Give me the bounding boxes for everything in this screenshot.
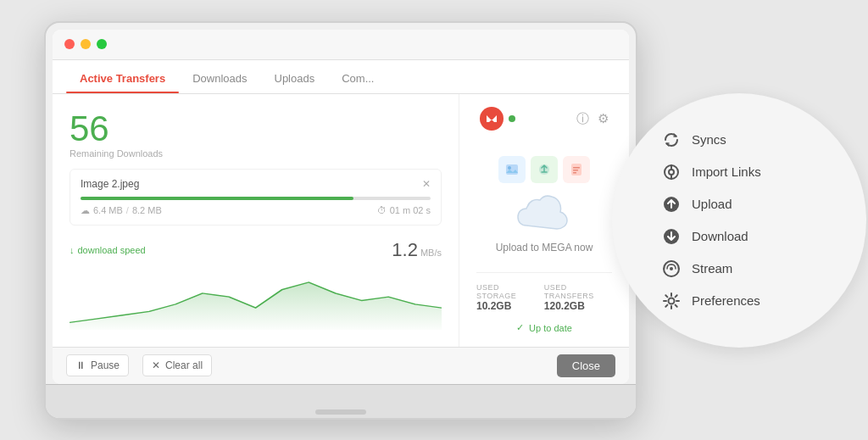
storage-item-used: USED STORAGE 10.2GB (476, 283, 536, 312)
preferences-icon (661, 291, 682, 311)
syncs-icon (661, 130, 682, 150)
mega-info-button[interactable]: ⓘ (576, 111, 589, 127)
transfers-panel: 56 Remaining Downloads Image 2.jpeg ✕ (53, 94, 459, 347)
bottom-bar: ⏸ Pause ✕ Clear all Close (53, 347, 629, 384)
transfers-value: 120.2GB (544, 300, 612, 312)
upload-icon (661, 194, 682, 214)
speed-value: 1.2 (392, 239, 418, 261)
mega-logo (480, 107, 504, 131)
svg-rect-0 (506, 164, 518, 175)
preferences-label: Preferences (692, 293, 760, 308)
pause-icon: ⏸ (75, 359, 86, 371)
clear-label: Clear all (165, 359, 203, 371)
transfer-item: Image 2.jpeg ✕ ☁ 6.4 MB / (70, 169, 442, 226)
svg-point-13 (670, 267, 673, 270)
laptop-base (46, 384, 636, 418)
close-label: Close (572, 359, 600, 372)
menu-item-stream[interactable]: Stream (654, 255, 739, 282)
downloads-stat: 56 Remaining Downloads (70, 111, 163, 159)
upload-prompt-text: Upload to MEGA now (496, 242, 593, 253)
app-window: Active Transfers Downloads Uploads Com..… (53, 30, 629, 384)
update-status-text: Up to date (529, 323, 572, 333)
tab-active-transfers[interactable]: Active Transfers (66, 72, 179, 93)
menu-item-upload[interactable]: Upload (654, 191, 739, 218)
storage-label: USED STORAGE (476, 283, 536, 300)
speed-chart (70, 271, 442, 330)
menu-item-import-links[interactable]: Import Links (654, 159, 768, 186)
transfer-header: Image 2.jpeg ✕ (81, 178, 431, 190)
traffic-light-yellow[interactable] (81, 39, 91, 49)
traffic-light-green[interactable] (97, 39, 107, 49)
mega-panel-header: ⓘ ⚙ (476, 107, 612, 131)
file-icon-arrow (531, 156, 558, 183)
svg-rect-3 (573, 167, 580, 169)
close-button[interactable]: Close (557, 354, 615, 377)
downloads-count: 56 (70, 111, 163, 147)
cloud-illustration: Upload to MEGA now (487, 148, 602, 262)
tab-downloads[interactable]: Downloads (179, 72, 260, 93)
menu-item-preferences[interactable]: Preferences (654, 287, 767, 315)
file-icons-row (498, 156, 590, 183)
transfers-label: USED TRANSFERS (544, 283, 612, 300)
mega-panel: ⓘ ⚙ (459, 94, 629, 347)
speed-value-group: 1.2 MB/s (392, 239, 442, 261)
clear-all-button[interactable]: ✕ Clear all (142, 354, 212, 376)
laptop-container: Active Transfers Downloads Uploads Com..… (27, 13, 841, 428)
pause-button[interactable]: ⏸ Pause (66, 354, 129, 376)
stream-label: Stream (692, 261, 732, 276)
mega-toolbar: ⓘ ⚙ (576, 111, 609, 127)
svg-point-1 (508, 166, 511, 170)
transfer-time: ⏱ 01 m 02 s (377, 205, 431, 216)
progress-bar-fill (81, 197, 353, 200)
tab-completed[interactable]: Com... (328, 72, 387, 93)
transfer-size: ☁ 6.4 MB / 8.2 MB (81, 205, 162, 216)
clear-icon: ✕ (152, 359, 160, 371)
update-status: ✓ Up to date (516, 322, 572, 333)
svg-point-14 (669, 298, 675, 304)
transfer-name: Image 2.jpeg (81, 178, 139, 190)
doc-file-icon (563, 156, 590, 183)
stream-icon (661, 259, 682, 279)
speed-label-text: download speed (78, 245, 146, 255)
downloads-label: Remaining Downloads (70, 148, 163, 159)
transfer-close-button[interactable]: ✕ (422, 178, 431, 190)
syncs-label: Syncs (692, 132, 726, 147)
mega-settings-button[interactable]: ⚙ (598, 111, 609, 127)
download-icon (661, 226, 682, 247)
download-label: Download (692, 229, 748, 243)
mega-status-dot (509, 115, 515, 122)
svg-rect-5 (573, 172, 576, 174)
transfer-meta: ☁ 6.4 MB / 8.2 MB ⏱ 01 m 02 s (81, 205, 431, 216)
tab-uploads[interactable]: Uploads (261, 72, 329, 93)
upload-label: Upload (692, 197, 732, 211)
stats-row: 56 Remaining Downloads (70, 111, 442, 159)
progress-bar-background (81, 197, 431, 200)
storage-bar: USED STORAGE 10.2GB USED TRANSFERS 120.2… (476, 272, 612, 312)
speed-label: ↓ download speed (70, 245, 146, 255)
storage-value: 10.2GB (476, 300, 536, 312)
speed-unit: MB/s (420, 248, 442, 258)
cloud-svg-icon (515, 193, 574, 235)
svg-rect-4 (573, 170, 578, 171)
import-links-icon (661, 162, 682, 182)
mega-logo-group (480, 107, 515, 131)
import-links-label: Import Links (692, 164, 761, 179)
content-area: 56 Remaining Downloads Image 2.jpeg ✕ (53, 94, 629, 347)
menu-item-download[interactable]: Download (654, 223, 755, 250)
traffic-light-red[interactable] (64, 39, 75, 49)
pause-label: Pause (91, 359, 120, 371)
menu-item-syncs[interactable]: Syncs (654, 126, 733, 153)
title-bar (53, 30, 629, 60)
laptop-screen: Active Transfers Downloads Uploads Com..… (53, 30, 629, 384)
laptop-notch (315, 409, 366, 415)
laptop-frame: Active Transfers Downloads Uploads Com..… (44, 21, 637, 420)
image-file-icon (498, 156, 526, 183)
speed-row: ↓ download speed 1.2 MB/s (70, 239, 442, 261)
storage-item-transfers: USED TRANSFERS 120.2GB (544, 283, 612, 312)
tabs-bar: Active Transfers Downloads Uploads Com..… (53, 60, 629, 94)
context-menu-overlay: Syncs Import Links Upload (612, 93, 866, 348)
